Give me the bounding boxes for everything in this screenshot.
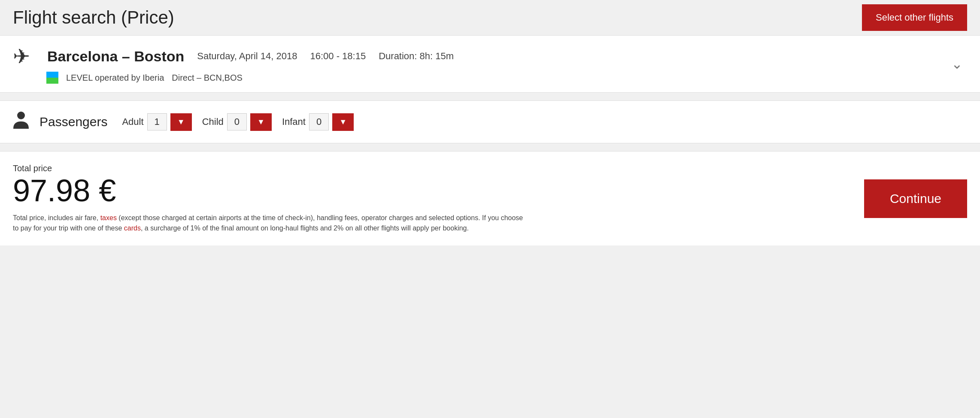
- disclaimer-before: Total price, includes air fare,: [13, 214, 100, 221]
- svg-point-0: [17, 112, 25, 119]
- flight-time: 16:00 - 18:15: [310, 51, 366, 62]
- flight-info-section: ✈ Barcelona – Boston Saturday, April 14,…: [0, 35, 980, 93]
- child-chevron-icon: ▼: [257, 118, 265, 127]
- infant-dropdown-button[interactable]: ▼: [332, 113, 354, 131]
- adult-label: Adult: [122, 116, 143, 127]
- select-other-flights-button[interactable]: Select other flights: [862, 4, 967, 31]
- child-count: 0: [227, 113, 247, 130]
- adult-count: 1: [147, 113, 167, 130]
- disclaimer-after: , a surcharge of 1% of the final amount …: [141, 224, 469, 232]
- child-group: Child 0 ▼: [202, 113, 272, 131]
- flight-date: Saturday, April 14, 2018: [197, 51, 297, 62]
- plane-icon: ✈: [13, 44, 30, 68]
- infant-group: Infant 0 ▼: [282, 113, 354, 131]
- page-title: Flight search (Price): [13, 7, 174, 28]
- infant-count: 0: [309, 113, 329, 130]
- continue-button[interactable]: Continue: [864, 179, 967, 218]
- flight-expand-chevron-icon[interactable]: ⌄: [951, 56, 967, 72]
- child-dropdown-button[interactable]: ▼: [250, 113, 272, 131]
- passengers-section: Passengers Adult 1 ▼ Child 0 ▼ Infant 0 …: [0, 100, 980, 143]
- taxes-link[interactable]: taxes: [100, 214, 117, 221]
- flight-direct: Direct – BCN,BOS: [172, 73, 242, 83]
- header-bar: Flight search (Price) Select other fligh…: [0, 0, 980, 35]
- child-label: Child: [202, 116, 224, 127]
- airline-logo-icon: [46, 72, 58, 84]
- total-price-label: Total price: [13, 164, 851, 173]
- passengers-label: Passengers: [39, 115, 107, 129]
- person-icon: [13, 110, 29, 133]
- airline-name: LEVEL operated by Iberia: [66, 73, 164, 83]
- price-disclaimer: Total price, includes air fare, taxes (e…: [13, 213, 528, 233]
- adult-group: Adult 1 ▼: [122, 113, 191, 131]
- flight-row-secondary: LEVEL operated by Iberia Direct – BCN,BO…: [46, 72, 951, 84]
- flight-duration: Duration: 8h: 15m: [379, 51, 454, 62]
- total-price-value: 97.98 €: [13, 175, 851, 206]
- flight-details: ✈ Barcelona – Boston Saturday, April 14,…: [13, 44, 951, 84]
- infant-chevron-icon: ▼: [339, 118, 347, 127]
- adult-chevron-icon: ▼: [177, 118, 185, 127]
- cards-link[interactable]: cards: [124, 224, 141, 232]
- flight-row-main: ✈ Barcelona – Boston Saturday, April 14,…: [13, 44, 951, 68]
- price-left: Total price 97.98 € Total price, include…: [13, 164, 851, 233]
- adult-dropdown-button[interactable]: ▼: [170, 113, 192, 131]
- flight-route: Barcelona – Boston: [47, 48, 184, 65]
- infant-label: Infant: [282, 116, 306, 127]
- price-section: Total price 97.98 € Total price, include…: [0, 151, 980, 245]
